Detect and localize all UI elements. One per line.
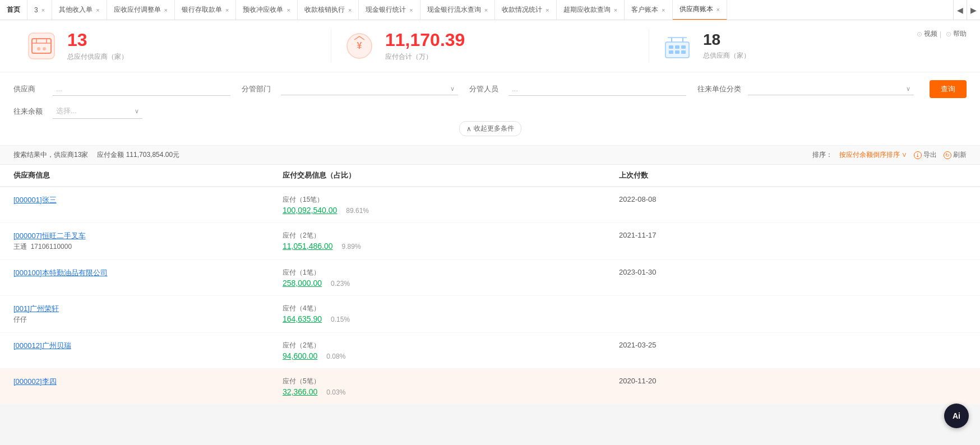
col-header-lastpay: 上次付数	[619, 170, 967, 180]
sort-select[interactable]: 按应付余额倒序排序 ∨	[839, 150, 907, 160]
close-icon[interactable]: ×	[286, 7, 290, 13]
filter-balance: 往来余额 选择... ∨	[13, 104, 142, 119]
close-icon[interactable]: ×	[96, 7, 99, 13]
supplier-name-4: [000012]广州贝瑞	[13, 341, 283, 351]
payable-total-number: 11,170.39	[385, 30, 465, 50]
close-icon[interactable]: ×	[662, 7, 665, 13]
filter-supplier: 供应商 ...	[13, 82, 230, 96]
tab-3[interactable]: 3 ×	[27, 0, 52, 20]
trans-row-0: 100,092,540.00 89.61%	[283, 206, 619, 215]
supplier-link-0[interactable]: [000001]张三	[13, 196, 57, 204]
payable-suppliers-icon	[25, 29, 58, 63]
tab-collect-stat[interactable]: 收款情况统计 ×	[495, 0, 556, 20]
payable-total-icon: ¥	[343, 29, 376, 63]
search-button[interactable]: 查询	[930, 80, 967, 98]
supplier-link-2[interactable]: [000100]本特勤油品有限公司	[13, 268, 108, 277]
person-placeholder: ...	[512, 85, 518, 93]
table-row: [000002]李四 应付（5笔） 32,366.00 0.03% 2020-1…	[0, 369, 980, 405]
collapse-button[interactable]: ∧ 收起更多条件	[459, 121, 521, 136]
trans-row-5: 32,366.00 0.03%	[283, 387, 619, 396]
close-icon[interactable]: ×	[164, 7, 168, 13]
filter-row-1: 供应商 ... 分管部门 ∨ 分管人员 ... 往来单位分类 ∨	[13, 80, 967, 98]
tab-other-income[interactable]: 其他收入单 ×	[52, 0, 107, 20]
total-suppliers-icon	[660, 29, 694, 63]
tab-cash-flow[interactable]: 现金银行流水查询 ×	[420, 0, 495, 20]
tab-bank-label: 银行存取款单	[182, 5, 222, 15]
table-row: [000012]广州贝瑞 应付（2笔） 94,600.00 0.08% 2021…	[0, 333, 980, 369]
dept-select[interactable]: ∨	[281, 83, 459, 95]
dept-label: 分管部门	[242, 84, 281, 94]
export-label: 导出	[923, 150, 937, 160]
trans-percent-1: 9.89%	[342, 243, 361, 251]
tab-cash-bank[interactable]: 现金银行统计 ×	[359, 0, 420, 20]
svg-rect-10	[669, 50, 673, 54]
close-icon[interactable]: ×	[716, 6, 720, 13]
tab-adjustment[interactable]: 应收应付调整单 ×	[107, 0, 175, 20]
refresh-button[interactable]: ↻ 刷新	[944, 150, 967, 160]
close-icon[interactable]: ×	[409, 7, 413, 13]
ai-button[interactable]: Ai	[944, 404, 969, 428]
result-bar: 搜索结果中，供应商13家 应付金额 111,703,854.00元 排序： 按应…	[0, 146, 980, 165]
trans-amount-4[interactable]: 94,600.00	[283, 351, 317, 360]
svg-rect-8	[675, 45, 679, 49]
tab-home-label: 首页	[7, 5, 20, 15]
trans-amount-1[interactable]: 11,051,486.00	[283, 242, 333, 251]
supplier-link-3[interactable]: [001]广州荣轩	[13, 304, 59, 313]
close-icon[interactable]: ×	[546, 7, 549, 13]
sort-arrow: ∨	[902, 151, 907, 159]
trans-amount-0[interactable]: 100,092,540.00	[283, 206, 337, 215]
video-link[interactable]: 视频	[924, 29, 937, 39]
balance-select[interactable]: 选择... ∨	[53, 104, 142, 119]
svg-point-2	[37, 47, 40, 50]
supplier-info-0: [000001]张三	[13, 195, 283, 205]
category-select[interactable]: ∨	[748, 83, 914, 95]
trans-row-3: 164,635.90 0.15%	[283, 314, 619, 323]
collapse-area: ∧ 收起更多条件	[13, 119, 967, 140]
help-link[interactable]: 帮助	[953, 29, 967, 39]
result-actions: 排序： 按应付余额倒序排序 ∨ ⤓ 导出 ↻ 刷新	[812, 150, 967, 160]
trans-info-0: 应付（15笔） 100,092,540.00 89.61%	[283, 195, 619, 215]
supplier-link-5[interactable]: [000002]李四	[13, 377, 57, 386]
close-icon[interactable]: ×	[484, 7, 488, 13]
chevron-down-icon2: ∨	[906, 85, 910, 92]
nav-next-arrow[interactable]: ▶	[967, 0, 980, 20]
trans-label-4: 应付（2笔）	[283, 341, 619, 350]
svg-text:¥: ¥	[357, 41, 362, 50]
trans-amount-5[interactable]: 32,366.00	[283, 387, 317, 396]
tab-home[interactable]: 首页	[0, 0, 27, 20]
result-info: 搜索结果中，供应商13家 应付金额 111,703,854.00元	[13, 150, 179, 160]
supplier-sub-3: 仔仔	[13, 315, 283, 325]
nav-prev-arrow[interactable]: ◀	[953, 0, 967, 20]
tab-overdue[interactable]: 超期应收款查询 ×	[557, 0, 625, 20]
tab-supplier-ledger[interactable]: 供应商账本 ×	[673, 0, 727, 20]
supplier-link-4[interactable]: [000012]广州贝瑞	[13, 341, 71, 350]
summary-content-suppliers: 18 总供应商（家）	[703, 31, 750, 61]
supplier-name-0: [000001]张三	[13, 195, 283, 205]
supplier-info-3: [001]广州荣轩 仔仔	[13, 304, 283, 325]
tab-customer-ledger[interactable]: 客户账本 ×	[625, 0, 672, 20]
tab-collection[interactable]: 收款核销执行 ×	[298, 0, 359, 20]
supplier-info-1: [000007]恒旺二手叉车 王通 17106110000	[13, 231, 283, 252]
col-header-transaction: 应付交易信息（占比）	[283, 170, 619, 180]
table-row: [001]广州荣轩 仔仔 应付（4笔） 164,635.90 0.15%	[0, 296, 980, 333]
trans-info-3: 应付（4笔） 164,635.90 0.15%	[283, 304, 619, 323]
transaction-info-4: 应付（2笔） 94,600.00 0.08%	[283, 341, 619, 360]
close-icon[interactable]: ×	[348, 7, 352, 13]
close-icon[interactable]: ×	[41, 7, 45, 13]
trans-row-4: 94,600.00 0.08%	[283, 351, 619, 360]
export-button[interactable]: ⤓ 导出	[914, 150, 937, 160]
supplier-link-1[interactable]: [000007]恒旺二手叉车	[13, 231, 86, 240]
close-icon[interactable]: ×	[614, 7, 617, 13]
trans-amount-2[interactable]: 258,000.00	[283, 279, 322, 288]
trans-amount-3[interactable]: 164,635.90	[283, 314, 322, 323]
person-input[interactable]: ...	[509, 82, 686, 96]
supplier-input[interactable]: ...	[53, 82, 230, 96]
lastpay-0: 2022-08-08	[619, 195, 967, 203]
tab-bank[interactable]: 银行存取款单 ×	[175, 0, 236, 20]
filter-person: 分管人员 ...	[469, 82, 686, 96]
divider: |	[940, 30, 941, 38]
close-icon[interactable]: ×	[225, 7, 229, 13]
refresh-icon: ↻	[944, 151, 951, 159]
refresh-label: 刷新	[953, 150, 967, 160]
tab-advance[interactable]: 预收冲应收单 ×	[236, 0, 297, 20]
